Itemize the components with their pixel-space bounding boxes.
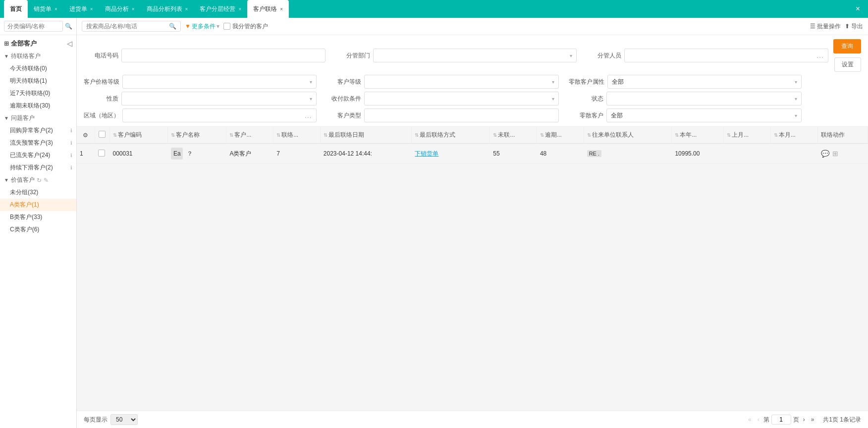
sort-icon[interactable]: ⇅ [276, 132, 280, 138]
td-check[interactable] [95, 144, 109, 164]
filter-input-dept[interactable]: ▾ [373, 49, 577, 62]
filter-label-phone: 电话号码 [84, 52, 118, 60]
filter-input-person[interactable]: ... [624, 49, 828, 62]
sidebar-item-class-c[interactable]: C类客户(6) [0, 223, 76, 236]
close-all-button[interactable]: × [852, 4, 864, 13]
th-contact: ⇅联络... [273, 127, 321, 144]
checkbox-icon[interactable] [223, 23, 230, 30]
nav-tab-sales[interactable]: 销货单 × [28, 0, 63, 18]
sidebar-item-7days[interactable]: 近7天待联络(0) [0, 87, 76, 100]
chevron-down-icon: ▾ [552, 79, 554, 85]
filter-retail: 零散客户 全部 ▾ [569, 108, 802, 122]
settings-button[interactable]: 设置 [834, 57, 861, 72]
filter-input-customer-grade[interactable]: ▾ [364, 75, 559, 89]
sidebar-item-repurchase[interactable]: 回购异常客户(2) ℹ [0, 124, 76, 137]
section-problem[interactable]: ▼ 问题客户 [0, 112, 76, 124]
collapse-icon[interactable]: ◁ [67, 40, 72, 48]
chat-icon[interactable]: 💬 [821, 150, 829, 158]
nav-tab-analysis-list[interactable]: 商品分析列表 × [141, 0, 194, 18]
sort-icon[interactable]: ⇅ [774, 132, 778, 138]
sidebar-item-declining[interactable]: 持续下滑客户(2) ℹ [0, 161, 76, 174]
last-page-button[interactable]: » [809, 416, 816, 423]
filter-button[interactable]: ▼ 更多条件 ▾ [185, 22, 219, 31]
sort-icon[interactable]: ⇅ [113, 132, 117, 138]
th-check[interactable] [95, 127, 109, 144]
info-icon[interactable]: ℹ [70, 153, 72, 158]
prev-page-button[interactable]: ‹ [756, 416, 761, 423]
filter-input-region[interactable]: ... [122, 108, 317, 122]
nav-tab-analysis[interactable]: 商品分析 × [99, 0, 141, 18]
filter-label-region: 区域（地区） [84, 111, 119, 120]
sort-icon[interactable]: ⇅ [727, 132, 731, 138]
info-icon[interactable]: ℹ [70, 165, 72, 170]
refresh-icon[interactable]: ↻ [37, 177, 42, 184]
filter-input-retail-attr[interactable]: 全部 ▾ [607, 75, 802, 89]
sidebar-item-ungroup[interactable]: 未分组(32) [0, 186, 76, 199]
close-icon[interactable]: × [54, 6, 57, 12]
sort-icon[interactable]: ⇅ [415, 132, 419, 138]
sort-icon[interactable]: ⇅ [493, 132, 497, 138]
sort-icon[interactable]: ⇅ [675, 132, 679, 138]
search-icon[interactable]: 🔍 [169, 23, 176, 30]
sort-icon[interactable]: ⇅ [587, 132, 591, 138]
nav-tab-customer-contact[interactable]: 客户联络 × [247, 0, 289, 18]
header-checkbox[interactable] [99, 131, 106, 138]
page-size-select[interactable]: 50 10 20 100 [110, 414, 138, 425]
filter-customer-grade: 客户等级 ▾ [326, 75, 559, 89]
edit-icon[interactable]: ✎ [44, 177, 49, 184]
nav-tab-purchase[interactable]: 进货单 × [63, 0, 99, 18]
info-icon[interactable]: ℹ [70, 140, 72, 146]
nav-tab-home[interactable]: 首页 [4, 0, 28, 18]
section-value[interactable]: ▼ 价值客户 ↻ ✎ [0, 174, 76, 186]
filter-input-customer-type[interactable] [364, 108, 559, 122]
row-checkbox[interactable] [98, 150, 105, 157]
sidebar-item-tomorrow[interactable]: 明天待联络(1) [0, 75, 76, 87]
all-customers-label[interactable]: 全部客户 [11, 39, 37, 48]
content-area: 🔍 ▼ 更多条件 ▾ 我分管的客户 ☰ 批量操作 ⬆ 导出 [77, 18, 868, 428]
close-icon[interactable]: × [280, 6, 283, 12]
close-icon[interactable]: × [132, 6, 135, 12]
close-icon[interactable]: × [90, 6, 93, 12]
item-label: A类客户(1) [10, 201, 39, 209]
nav-tab-customer-layer[interactable]: 客户分层经营 × [194, 0, 247, 18]
sidebar-item-overdue[interactable]: 逾期未联络(30) [0, 100, 76, 112]
info-icon[interactable]: ℹ [70, 128, 72, 133]
sidebar-item-today[interactable]: 今天待联络(0) [0, 62, 76, 75]
page-number-input[interactable] [771, 415, 791, 425]
close-icon[interactable]: × [238, 6, 241, 12]
close-icon[interactable]: × [185, 6, 188, 12]
sort-icon[interactable]: ⇅ [324, 132, 327, 138]
td-last-method[interactable]: 下销货单 [412, 144, 490, 164]
sort-icon[interactable]: ⇅ [229, 132, 233, 138]
sidebar-item-lost[interactable]: 已流失客户(24) ℹ [0, 149, 76, 161]
filter-input-price-grade[interactable]: ▾ [122, 75, 317, 89]
filter-input-nature[interactable]: ▾ [121, 92, 317, 106]
filter-phone: 电话号码 [84, 49, 326, 62]
next-page-button[interactable]: › [801, 416, 807, 423]
search-input[interactable] [86, 23, 169, 30]
sidebar-search-input[interactable] [4, 21, 63, 32]
my-customer-checkbox[interactable]: 我分管的客户 [223, 22, 268, 31]
export-button[interactable]: ⬆ 导出 [845, 22, 863, 31]
search-icon[interactable]: 🔍 [65, 23, 72, 30]
main-layout: 🔍 ⊞ 全部客户 ◁ ▼ 待联络客户 今天待联络(0) 明天待联络(1) 近7天… [0, 18, 868, 428]
table-scroll-area[interactable]: ⚙ ⇅客户编码 ⇅客户名称 ⇅客户... ⇅联络... ⇅最后联络日期 ⇅最后联… [77, 127, 868, 411]
filter-input-retail[interactable]: 全部 ▾ [606, 108, 802, 122]
filter-label-person: 分管人员 [587, 52, 621, 60]
batch-button[interactable]: ☰ 批量操作 [810, 22, 841, 31]
search-box[interactable]: 🔍 [82, 21, 181, 32]
sort-icon[interactable]: ⇅ [171, 132, 175, 138]
sidebar-item-class-a[interactable]: A类客户(1) [0, 199, 76, 211]
qr-icon[interactable]: ⊞ [832, 150, 838, 158]
query-button[interactable]: 查询 [833, 39, 861, 54]
sidebar-item-loss-warning[interactable]: 流失预警客户(3) ℹ [0, 137, 76, 149]
filter-input-status[interactable]: ▾ [606, 92, 802, 106]
first-page-button[interactable]: « [746, 416, 754, 423]
filter-price-grade: 客户价格等级 ▾ [84, 75, 317, 89]
filter-input-phone[interactable] [121, 49, 326, 62]
sidebar-item-class-b[interactable]: B类客户(33) [0, 211, 76, 223]
th-gear[interactable]: ⚙ [77, 127, 95, 144]
section-pending[interactable]: ▼ 待联络客户 [0, 50, 76, 62]
filter-input-payment[interactable]: ▾ [364, 92, 559, 106]
sort-icon[interactable]: ⇅ [540, 132, 544, 138]
